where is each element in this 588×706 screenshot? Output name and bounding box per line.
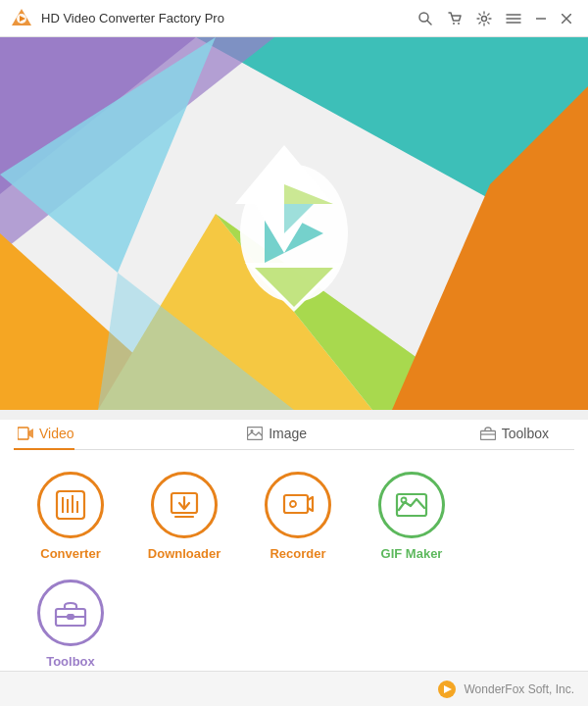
menu-icon[interactable]	[506, 11, 521, 26]
image-tab-icon	[247, 427, 263, 440]
footer: WonderFox Soft, Inc.	[0, 671, 588, 706]
close-button[interactable]	[555, 7, 578, 30]
gif-maker-tool[interactable]: GIF Maker	[355, 462, 468, 570]
recorder-icon	[265, 472, 331, 538]
svg-point-7	[482, 16, 487, 21]
tab-toolbox[interactable]: Toolbox	[476, 420, 564, 449]
gif-maker-label: GIF Maker	[381, 546, 443, 561]
window-controls	[529, 7, 578, 30]
tab-separator-1	[90, 421, 244, 450]
settings-icon[interactable]	[476, 11, 492, 26]
hero-banner	[0, 37, 588, 420]
tab-video[interactable]: Video	[14, 420, 90, 449]
downloader-icon	[151, 472, 218, 538]
svg-marker-33	[28, 429, 33, 438]
cart-icon[interactable]	[447, 11, 463, 26]
toolbox-icon	[37, 580, 104, 646]
app-title: HD Video Converter Factory Pro	[41, 11, 417, 25]
search-icon[interactable]	[417, 11, 433, 26]
tab-image[interactable]: Image	[243, 420, 322, 449]
svg-rect-38	[57, 491, 84, 519]
recorder-label: Recorder	[270, 546, 325, 561]
title-bar: HD Video Converter Factory Pro	[0, 0, 588, 37]
svg-point-6	[458, 23, 460, 25]
converter-tool[interactable]: Converter	[14, 462, 127, 570]
toolbox-tool[interactable]: Toolbox	[14, 570, 127, 678]
svg-line-4	[427, 21, 431, 25]
tab-toolbox-label: Toolbox	[502, 426, 549, 441]
converter-icon	[37, 472, 104, 538]
converter-label: Converter	[40, 546, 100, 561]
svg-point-49	[402, 497, 407, 502]
tabs-container: Video Image Toolbox	[14, 420, 574, 450]
footer-company-text: WonderFox Soft, Inc.	[465, 682, 575, 696]
recorder-tool[interactable]: Recorder	[241, 462, 355, 570]
downloader-tool[interactable]: Downloader	[127, 462, 241, 570]
svg-rect-32	[18, 428, 28, 439]
content-area: Video Image Toolbox	[0, 420, 588, 699]
tab-video-label: Video	[39, 426, 74, 441]
svg-rect-36	[480, 431, 495, 440]
tab-image-label: Image	[269, 426, 307, 441]
toolbox-tab-icon	[480, 427, 496, 440]
tools-grid: Converter Downloader	[14, 450, 574, 689]
app-logo-icon	[10, 7, 33, 30]
tab-end-spacer	[564, 421, 574, 450]
minimize-button[interactable]	[529, 7, 553, 30]
gif-maker-icon	[378, 472, 445, 538]
tab-separator-2	[322, 421, 476, 450]
toolbox-label: Toolbox	[46, 654, 95, 669]
svg-point-47	[290, 501, 296, 507]
video-tab-icon	[18, 427, 33, 440]
wonderfox-logo-icon	[437, 680, 457, 699]
svg-point-5	[453, 23, 455, 25]
title-controls	[417, 11, 521, 26]
downloader-label: Downloader	[148, 546, 220, 561]
